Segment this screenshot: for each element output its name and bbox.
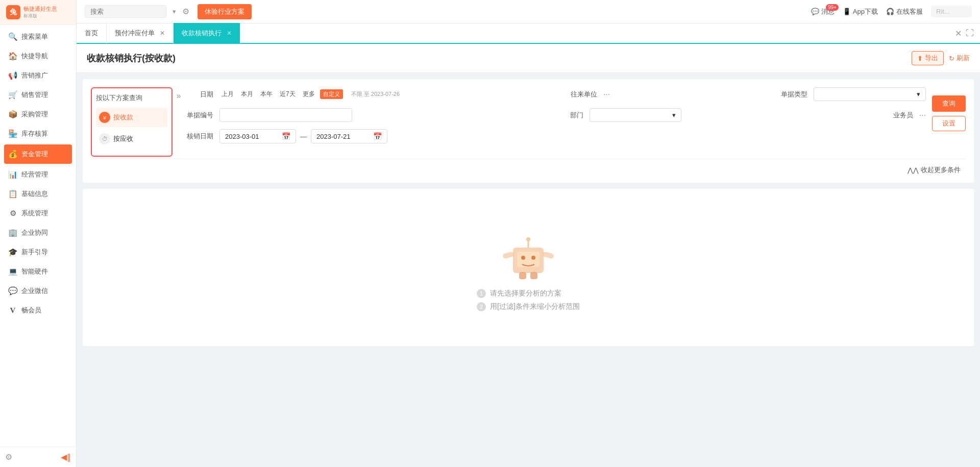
topbar-search-input[interactable]: [85, 5, 166, 18]
verify-date-end-text: 2023-07-21: [316, 133, 370, 140]
svg-rect-11: [530, 272, 537, 279]
staff-label: 业务员: [885, 111, 913, 120]
system-icon: ⚙: [8, 209, 17, 218]
sidebar-item-label: 搜索菜单: [21, 32, 48, 41]
app-download-button[interactable]: 📱 App下载: [843, 7, 878, 16]
sidebar-item-member[interactable]: V 畅会员: [0, 301, 76, 320]
message-button[interactable]: 💬 消息 99+: [811, 7, 835, 16]
solution-button[interactable]: 休验行业方案: [198, 4, 252, 19]
tab-prepay-close[interactable]: ✕: [160, 30, 165, 37]
sidebar-item-label: 销售管理: [21, 90, 48, 100]
settings-icon[interactable]: ⚙: [5, 452, 12, 462]
svg-rect-9: [542, 251, 554, 259]
sidebar-item-inventory[interactable]: 🏪 库存核算: [0, 124, 76, 143]
sidebar-item-enterprise[interactable]: 🏢 企业协同: [0, 223, 76, 242]
logo-name: 畅捷通好生意: [23, 5, 57, 12]
tab-receipt-verify-close[interactable]: ✕: [227, 30, 232, 37]
more-conditions-button[interactable]: ⋀⋀ 收起更多条件: [902, 163, 966, 177]
tabbar-actions: ✕ ⛶: [955, 29, 980, 38]
verify-date-end-input[interactable]: 2023-07-21 📅: [311, 129, 387, 143]
staff-dots-button[interactable]: ···: [919, 111, 926, 120]
app-label: App下载: [853, 7, 878, 16]
query-by-receivable-label: 按应收: [113, 134, 133, 143]
sidebar-item-label: 企业协同: [21, 228, 48, 237]
tab-prepay[interactable]: 预付冲应付单 ✕: [107, 23, 174, 43]
export-button[interactable]: ⬆ 导出: [912, 51, 944, 65]
filter-fields: 日期 上月 本月 本年 近7天 更多 自定义 不限 至 2023-07-26: [185, 87, 926, 157]
date-shortcut-7days[interactable]: 近7天: [278, 89, 298, 100]
tab-home-label: 首页: [85, 29, 98, 38]
sidebar-item-marketing[interactable]: 📢 营销推广: [0, 66, 76, 85]
sidebar-item-system[interactable]: ⚙ 系统管理: [0, 204, 76, 223]
collapse-sidebar-button[interactable]: ◀‖: [61, 452, 71, 462]
collapse-filter-button[interactable]: »: [173, 87, 185, 157]
topbar-right: 💬 消息 99+ 📱 App下载 🎧 在线客服 Rit...: [811, 6, 972, 17]
tab-home[interactable]: 首页: [77, 23, 107, 43]
app-icon: 📱: [843, 8, 851, 15]
maximize-tab-button[interactable]: ⛶: [966, 29, 974, 38]
date-no-limit: 不限 至 2023-07-26: [351, 90, 400, 98]
refresh-button[interactable]: ↻ 刷新: [949, 54, 970, 63]
sidebar-item-wechat[interactable]: 💬 企业微信: [0, 281, 76, 301]
sidebar-item-guide[interactable]: 🎓 新手引导: [0, 242, 76, 262]
setting-button[interactable]: 设置: [932, 116, 966, 131]
content-body: 1 请先选择要分析的方案 2 用[过滤]条件来缩小分析范围: [83, 189, 974, 346]
sidebar-item-label: 资金管理: [21, 150, 48, 159]
enterprise-icon: 🏢: [8, 228, 17, 237]
logo-icon: 兔: [6, 5, 20, 19]
sidebar-item-finance[interactable]: 💰 资金管理: [4, 144, 72, 164]
doc-type-select[interactable]: ▾: [814, 87, 926, 101]
sidebar-item-sales[interactable]: 🛒 销售管理: [0, 85, 76, 105]
page-title: 收款核销执行(按收款): [87, 52, 176, 64]
calendar-start-icon: 📅: [282, 132, 290, 140]
tip-text-2: 用[过滤]条件来缩小分析范围: [490, 302, 580, 311]
filter-row-3: 核销日期 2023-03-01 📅 — 2023-07-21 📅: [185, 129, 926, 143]
sidebar-item-quick-nav[interactable]: 🏠 快捷导航: [0, 46, 76, 66]
date-shortcut-this-month[interactable]: 本月: [239, 89, 255, 100]
date-shortcut-this-year[interactable]: 本年: [258, 89, 275, 100]
sidebar-item-purchase[interactable]: 📦 采购管理: [0, 105, 76, 124]
svg-point-5: [531, 256, 535, 260]
refresh-label: 刷新: [957, 54, 970, 63]
svg-rect-10: [519, 272, 526, 279]
verify-date-start-text: 2023-03-01: [225, 133, 279, 140]
date-shortcut-last-month[interactable]: 上月: [219, 89, 236, 100]
filter-more-row: ⋀⋀ 收起更多条件: [91, 159, 966, 183]
date-shortcut-more[interactable]: 更多: [301, 89, 317, 100]
close-tab-button[interactable]: ✕: [955, 29, 962, 38]
sidebar-item-basic-info[interactable]: 📋 基础信息: [0, 184, 76, 204]
tip-number-2: 2: [477, 302, 486, 311]
user-area: Rit...: [931, 6, 972, 17]
dept-dropdown-icon: ▾: [672, 111, 676, 119]
sidebar-item-search[interactable]: 🔍 搜索菜单: [0, 27, 76, 46]
query-button[interactable]: 查询: [932, 95, 966, 112]
purchase-icon: 📦: [8, 110, 17, 119]
counterpart-label: 往来单位: [569, 90, 597, 99]
verify-date-label: 核销日期: [185, 132, 213, 141]
sidebar-item-business[interactable]: 📊 经营管理: [0, 165, 76, 184]
svg-rect-8: [502, 251, 514, 259]
sidebar-item-label: 营销推广: [21, 71, 48, 80]
empty-tip-1: 1 请先选择要分析的方案: [477, 289, 580, 298]
verify-date-start-input[interactable]: 2023-03-01 📅: [219, 129, 296, 143]
query-by-receivable[interactable]: ⏱ 按应收: [96, 129, 167, 149]
online-service-button[interactable]: 🎧 在线客服: [886, 7, 923, 16]
verify-date-range: 2023-03-01 📅 — 2023-07-21 📅: [219, 129, 387, 143]
query-by-receipt[interactable]: ¥ 按收款: [96, 108, 167, 127]
topbar-dropdown-icon[interactable]: ▾: [173, 8, 176, 15]
logo-sub: 标准版: [23, 13, 57, 19]
page-header-actions: ⬆ 导出 ↻ 刷新: [912, 51, 970, 65]
doc-no-input[interactable]: [219, 108, 352, 122]
counterpart-dots-button[interactable]: ···: [603, 90, 610, 99]
dept-select[interactable]: ▾: [590, 108, 681, 122]
sidebar-item-label: 企业微信: [21, 286, 48, 296]
sidebar-item-hardware[interactable]: 💻 智能硬件: [0, 262, 76, 281]
date-custom-tag[interactable]: 自定义: [320, 89, 343, 99]
refresh-icon: ↻: [949, 55, 954, 62]
receivable-icon: ⏱: [99, 133, 110, 144]
topbar-gear-icon[interactable]: ⚙: [182, 7, 189, 16]
tab-receipt-verify[interactable]: 收款核销执行 ✕: [174, 23, 240, 43]
message-icon: 💬: [811, 8, 819, 15]
filter-main: 按以下方案查询 ¥ 按收款 ⏱ 按应收 »: [91, 87, 966, 157]
empty-tips: 1 请先选择要分析的方案 2 用[过滤]条件来缩小分析范围: [477, 289, 580, 315]
